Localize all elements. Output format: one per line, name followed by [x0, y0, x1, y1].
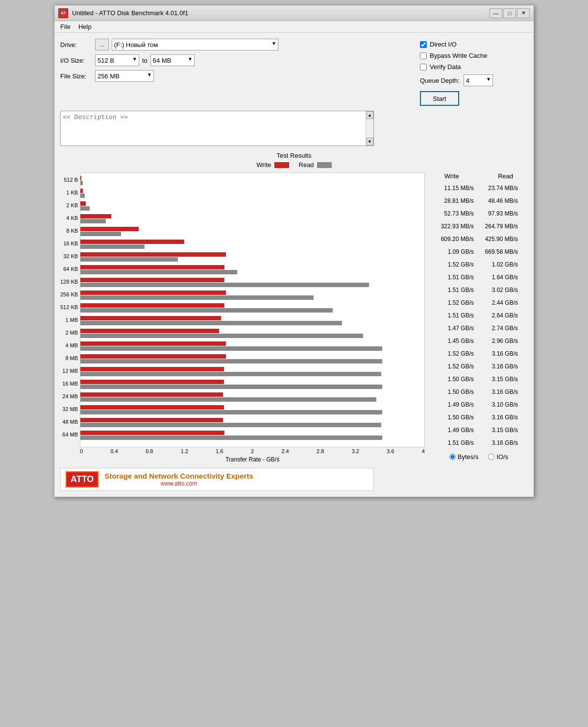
bar-read-18	[80, 410, 382, 414]
bytes-radio-item[interactable]: Bytes/s	[449, 453, 479, 460]
bar-write-19	[80, 418, 223, 422]
bar-read-3	[80, 219, 105, 223]
bar-read-11	[80, 321, 342, 325]
bytes-label[interactable]: Bytes/s	[458, 453, 479, 460]
bar-group-2	[80, 199, 424, 212]
y-label-20: 64 MB	[60, 428, 78, 441]
data-row-11: 1.47 GB/s2.74 GB/s	[430, 322, 528, 335]
data-row-15: 1.50 GB/s3.15 GB/s	[430, 373, 528, 386]
data-write-15: 1.50 GB/s	[430, 376, 474, 383]
atto-tagline: Storage and Network Connectivity Experts	[104, 472, 253, 480]
col-write-header: Write	[444, 172, 459, 180]
io-radio-item[interactable]: IO/s	[488, 453, 508, 460]
io-from-select[interactable]: 512 B	[95, 54, 139, 66]
scroll-up-button[interactable]: ▲	[367, 111, 373, 119]
data-read-12: 2.96 GB/s	[479, 338, 518, 344]
bar-write-4	[80, 227, 139, 231]
data-row-6: 1.52 GB/s1.02 GB/s	[430, 258, 528, 271]
start-button[interactable]: Start	[420, 91, 459, 106]
col-read-header: Read	[498, 172, 513, 180]
data-read-3: 264.79 MB/s	[479, 223, 518, 230]
menu-help[interactable]: Help	[74, 22, 96, 31]
drive-row: Drive: ... (F:) Новый том	[60, 39, 410, 50]
bar-write-16	[80, 380, 223, 384]
io-radio[interactable]	[488, 454, 494, 460]
bytes-radio[interactable]	[449, 454, 456, 460]
data-rows: 11.15 MB/s23.74 MB/s28.81 MB/s48.46 MB/s…	[430, 182, 528, 449]
bar-write-20	[80, 431, 224, 435]
bar-write-9	[80, 291, 226, 295]
drive-label: Drive:	[60, 41, 92, 48]
bar-group-16	[80, 378, 424, 390]
maximize-button[interactable]: □	[503, 8, 516, 18]
y-label-0: 512 B	[60, 173, 78, 186]
y-label-5: 16 KB	[60, 237, 78, 250]
bar-group-15	[80, 365, 424, 378]
queue-depth-select[interactable]: 4	[464, 74, 493, 86]
verify-data-label[interactable]: Verify Data	[430, 63, 461, 71]
verify-data-checkbox[interactable]	[420, 64, 427, 71]
drive-select[interactable]: (F:) Новый том	[112, 39, 278, 50]
data-write-0: 11.15 MB/s	[430, 185, 474, 192]
y-label-8: 128 KB	[60, 275, 78, 288]
data-write-12: 1.45 GB/s	[430, 338, 474, 344]
minimize-button[interactable]: —	[490, 8, 502, 18]
bypass-write-cache-label[interactable]: Bypass Write Cache	[430, 52, 488, 59]
bar-read-17	[80, 397, 376, 402]
bar-write-13	[80, 341, 226, 346]
direct-io-label[interactable]: Direct I/O	[430, 41, 457, 48]
data-read-19: 3.15 GB/s	[479, 427, 518, 434]
data-write-4: 609.20 MB/s	[430, 236, 474, 242]
y-label-16: 16 MB	[60, 377, 78, 390]
browse-button[interactable]: ...	[95, 39, 109, 50]
data-row-4: 609.20 MB/s425.90 MB/s	[430, 233, 528, 245]
direct-io-checkbox[interactable]	[420, 41, 427, 48]
close-button[interactable]: ✕	[517, 8, 530, 18]
data-row-9: 1.52 GB/s2.44 GB/s	[430, 296, 528, 309]
data-write-6: 1.52 GB/s	[430, 261, 474, 268]
chart-and-data: 512 B1 KB2 KB4 KB8 KB16 KB32 KB64 KB128 …	[60, 172, 528, 463]
y-label-12: 2 MB	[60, 326, 78, 339]
bar-read-0	[80, 181, 83, 185]
data-row-16: 1.50 GB/s3.16 GB/s	[430, 386, 528, 398]
data-write-10: 1.51 GB/s	[430, 312, 474, 319]
data-row-8: 1.51 GB/s3.02 GB/s	[430, 284, 528, 296]
data-read-16: 3.16 GB/s	[479, 388, 518, 395]
results-section: Test Results Write Read 512 B1 KB2 KB4 K	[60, 152, 528, 463]
bar-group-11	[80, 314, 424, 327]
file-size-label: File Size:	[60, 73, 92, 80]
description-textarea[interactable]	[61, 111, 365, 145]
io-to-select[interactable]: 64 MB	[150, 54, 195, 66]
atto-url: www.atto.com	[104, 480, 253, 487]
data-write-20: 1.51 GB/s	[430, 439, 474, 446]
data-row-17: 1.49 GB/s3.10 GB/s	[430, 398, 528, 411]
queue-depth-row: Queue Depth: 4	[420, 74, 528, 86]
data-write-3: 322.93 MB/s	[430, 223, 474, 230]
bar-write-8	[80, 278, 224, 282]
y-label-17: 24 MB	[60, 390, 78, 403]
data-read-17: 3.10 GB/s	[479, 401, 518, 408]
data-write-16: 1.50 GB/s	[430, 388, 474, 395]
bypass-write-cache-checkbox[interactable]	[420, 52, 427, 59]
bar-read-13	[80, 346, 382, 351]
io-label[interactable]: IO/s	[496, 453, 508, 460]
menu-file[interactable]: File	[56, 22, 74, 31]
legend-read-label: Read	[299, 161, 314, 169]
bar-write-6	[80, 252, 226, 257]
bar-read-5	[80, 244, 144, 249]
data-write-18: 1.50 GB/s	[430, 414, 474, 421]
bar-write-5	[80, 240, 184, 244]
data-read-1: 48.46 MB/s	[479, 197, 518, 204]
bar-group-1	[80, 187, 424, 199]
bar-read-20	[80, 436, 382, 440]
data-row-19: 1.49 GB/s3.15 GB/s	[430, 424, 528, 436]
data-read-11: 2.74 GB/s	[479, 325, 518, 332]
data-row-10: 1.51 GB/s2.64 GB/s	[430, 309, 528, 322]
data-row-3: 322.93 MB/s264.79 MB/s	[430, 220, 528, 233]
units-row: Bytes/s IO/s	[430, 453, 528, 460]
main-window: AT Untitled - ATTO Disk Benchmark 4.01.0…	[54, 5, 534, 497]
file-size-select[interactable]: 256 MB	[95, 70, 154, 82]
scroll-down-button[interactable]: ▼	[367, 138, 373, 145]
bar-write-14	[80, 354, 226, 359]
menu-bar: File Help	[54, 21, 534, 33]
